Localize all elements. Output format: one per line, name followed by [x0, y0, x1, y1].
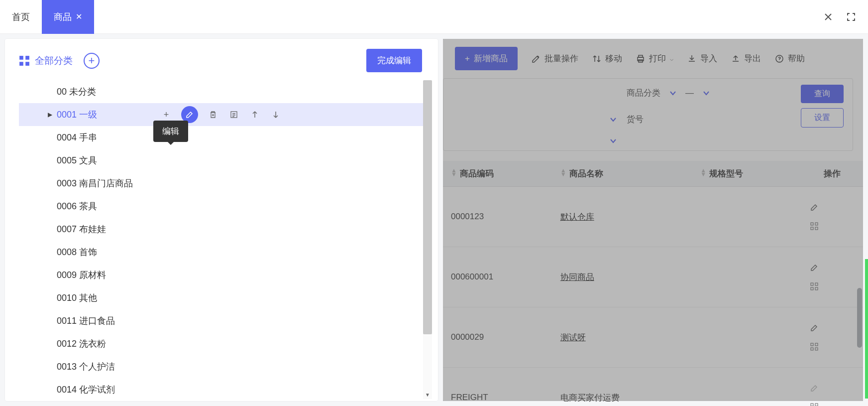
- tree-item[interactable]: 0013 个人护洁: [19, 355, 432, 378]
- row-more-button[interactable]: [810, 403, 855, 406]
- tree-item[interactable]: 0012 洗衣粉: [19, 332, 432, 355]
- tree-item[interactable]: 0014 化学试剂: [19, 378, 432, 399]
- tab-home[interactable]: 首页: [0, 0, 42, 34]
- grid-icon: [19, 55, 30, 66]
- svg-rect-22: [815, 404, 818, 406]
- tree-item[interactable]: 0008 首饰: [19, 241, 432, 264]
- tab-bar: 首页 商品 ✕: [0, 0, 868, 34]
- category-panel: 全部分类 + 完成编辑 编辑 00 未分类▶0001 一级+0004 手串000…: [5, 39, 438, 401]
- tree-scrollbar[interactable]: ▼: [423, 80, 432, 399]
- delete-button[interactable]: [207, 109, 219, 121]
- svg-rect-1: [25, 56, 29, 60]
- edit-tooltip: 编辑: [153, 121, 188, 142]
- tree-item[interactable]: 0007 布娃娃: [19, 218, 432, 241]
- resize-indicator: [865, 259, 868, 399]
- caret-icon: ▶: [48, 111, 52, 118]
- svg-rect-2: [19, 62, 23, 66]
- all-categories[interactable]: 全部分类: [19, 54, 73, 67]
- category-tree: 00 未分类▶0001 一级+0004 手串0005 文具0003 南昌门店商品…: [19, 80, 432, 399]
- add-child-button[interactable]: +: [160, 109, 172, 121]
- finish-edit-button[interactable]: 完成编辑: [366, 49, 422, 72]
- add-category-button[interactable]: +: [84, 53, 100, 69]
- tree-item[interactable]: ▶0001 一级+: [19, 103, 432, 126]
- tree-item[interactable]: 0009 原材料: [19, 264, 432, 286]
- tree-item[interactable]: 0010 其他: [19, 286, 432, 309]
- svg-rect-3: [25, 62, 29, 66]
- tree-item[interactable]: 0004 手串: [19, 126, 432, 149]
- tree-item[interactable]: 0011 进口食品: [19, 309, 432, 332]
- scroll-down-icon[interactable]: ▼: [423, 390, 432, 399]
- svg-rect-0: [19, 56, 23, 60]
- product-content: +新增商品 批量操作 移动 打印 ⌵ 导入: [443, 39, 863, 401]
- svg-rect-21: [811, 404, 813, 406]
- tree-item[interactable]: 00 未分类: [19, 80, 432, 103]
- close-icon[interactable]: ✕: [76, 12, 82, 21]
- overlay: [443, 39, 863, 401]
- scrollbar-thumb[interactable]: [423, 80, 432, 334]
- tab-product[interactable]: 商品 ✕: [42, 0, 94, 34]
- move-up-button[interactable]: [249, 109, 261, 121]
- move-down-button[interactable]: [270, 109, 282, 121]
- tree-item[interactable]: 0006 茶具: [19, 195, 432, 218]
- close-all-icon[interactable]: [819, 8, 837, 26]
- tree-item[interactable]: 0003 南昌门店商品: [19, 172, 432, 195]
- sort-button[interactable]: [228, 109, 240, 121]
- tree-item[interactable]: 0005 文具: [19, 149, 432, 172]
- fullscreen-icon[interactable]: [842, 8, 860, 26]
